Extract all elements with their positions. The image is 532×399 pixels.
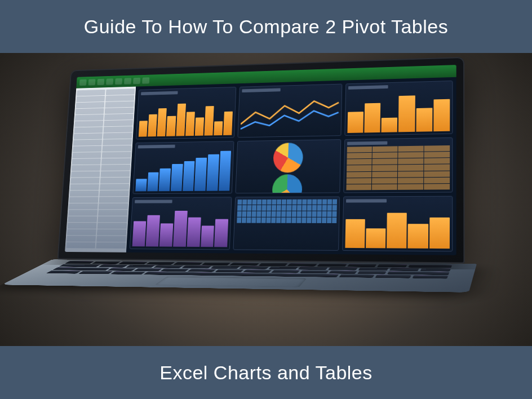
header-title: Guide To How To Compare 2 Pivot Tables xyxy=(84,16,448,38)
toolbar-icon xyxy=(142,77,149,83)
bar-chart-icon xyxy=(132,205,229,247)
grid-pattern-icon xyxy=(236,199,337,248)
bar-chart-icon xyxy=(139,94,234,137)
pie-chart-icon xyxy=(273,143,303,173)
toolbar-icon xyxy=(88,79,96,85)
pie-chart-icon xyxy=(272,174,302,193)
toolbar-icon xyxy=(97,79,104,85)
laptop-device xyxy=(42,61,502,343)
dashboard-grid xyxy=(126,77,456,255)
laptop-illustration xyxy=(0,53,532,346)
laptop-screen xyxy=(65,65,456,255)
data-table-icon xyxy=(346,145,450,190)
dashboard-panel-purple xyxy=(130,197,232,250)
bar-chart-icon xyxy=(345,204,450,249)
toolbar-icon xyxy=(79,79,87,86)
bar-chart-icon xyxy=(135,149,231,191)
bar-chart-icon xyxy=(347,88,450,133)
dashboard-panel-bluebars xyxy=(132,141,234,194)
dashboard-panel-pies xyxy=(236,139,341,193)
toolbar-icon xyxy=(106,78,113,85)
spreadsheet-rows-panel xyxy=(65,87,136,252)
dashboard-panel-lines xyxy=(238,84,342,138)
laptop-trackpad xyxy=(155,277,307,287)
dashboard-panel-bars xyxy=(342,196,453,251)
dashboard-panel-bars xyxy=(136,87,237,140)
dashboard-panel-table xyxy=(343,138,453,193)
toolbar-icon xyxy=(133,78,140,84)
toolbar-icon xyxy=(115,78,122,85)
footer-band: Excel Charts and Tables xyxy=(0,346,532,399)
laptop-screen-frame xyxy=(57,57,465,264)
line-chart-icon xyxy=(241,91,339,135)
laptop-keyboard xyxy=(2,259,477,292)
toolbar-icon xyxy=(124,78,131,84)
footer-title: Excel Charts and Tables xyxy=(159,362,373,384)
header-band: Guide To How To Compare 2 Pivot Tables xyxy=(0,0,532,53)
dashboard-panel-bars xyxy=(344,81,453,136)
dashboard-panel-grid xyxy=(233,196,340,251)
screen-body xyxy=(65,77,456,255)
